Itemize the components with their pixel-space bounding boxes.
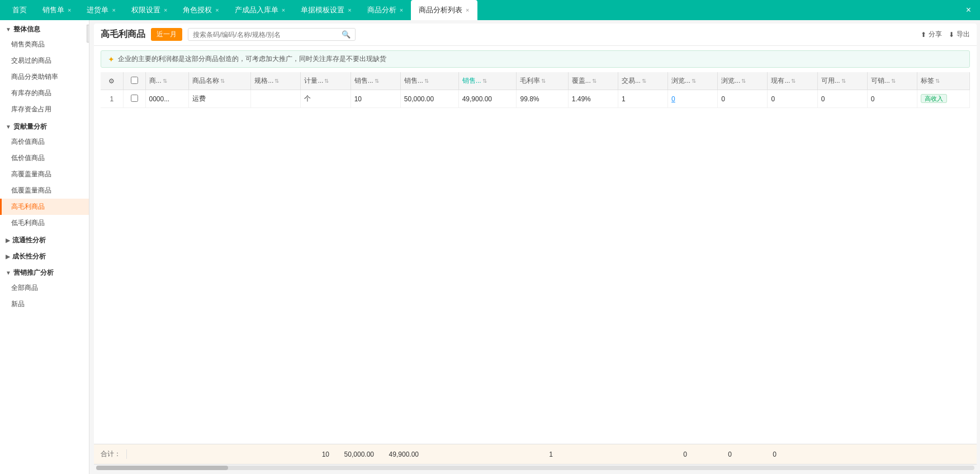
footer-cell-amount: 50,000.00: [334, 450, 378, 458]
nav-close-sales[interactable]: ×: [68, 7, 71, 13]
th-sales-qty[interactable]: 销售...⇅: [351, 72, 400, 90]
sidebar-item-low-coverage[interactable]: 低覆盖量商品: [0, 182, 89, 199]
cell-sales-profit: 49,900.00: [458, 90, 517, 108]
nav-item-analysis-list[interactable]: 商品分析列表 ×: [411, 0, 477, 20]
th-name[interactable]: 商品名称⇅: [189, 72, 251, 90]
sort-icon-browse2: ⇅: [741, 78, 746, 84]
nav-item-warehouse[interactable]: 产成品入库单 ×: [227, 0, 293, 20]
sort-icon-browse1: ⇅: [692, 78, 696, 84]
sort-icon-sales-profit: ⇅: [482, 78, 487, 84]
sidebar-item-low-margin[interactable]: 低毛利商品: [0, 215, 89, 231]
th-unit[interactable]: 计量...⇅: [301, 72, 351, 90]
table-body: 1 0000... 运费 个 10 50,000.00 49,900.00 99…: [101, 90, 970, 108]
sidebar-item-high-value[interactable]: 高价值商品: [0, 134, 89, 150]
cell-sales-qty: 10: [351, 90, 400, 108]
sort-icon-name: ⇅: [220, 78, 225, 84]
nav-close-analysis[interactable]: ×: [400, 7, 403, 13]
select-all-checkbox[interactable]: [131, 77, 138, 84]
sort-icon-gross-rate: ⇅: [541, 78, 546, 84]
share-label: 分享: [929, 30, 942, 39]
nav-close-analysis-list[interactable]: ×: [466, 7, 469, 13]
share-btn[interactable]: ⬆ 分享: [921, 30, 942, 39]
footer-cell-trade: 1: [513, 450, 557, 458]
cell-browse1[interactable]: 0: [668, 90, 718, 108]
th-checkbox[interactable]: [123, 72, 145, 90]
nav-close-template[interactable]: ×: [348, 7, 351, 13]
filter-month-btn[interactable]: 近一月: [151, 28, 182, 41]
group-title-growth: 成长性分析: [12, 252, 46, 261]
th-gross-rate[interactable]: 毛利率⇅: [517, 72, 568, 90]
arrow-growth: ▶: [6, 254, 10, 260]
sidebar-group-overview[interactable]: ▼ 整体信息: [0, 20, 89, 36]
cell-sales-amount: 50,000.00: [400, 90, 458, 108]
cell-unit: 个: [301, 90, 351, 108]
th-coverage[interactable]: 覆盖...⇅: [568, 72, 618, 90]
sidebar-item-category-rate[interactable]: 商品分类助销率: [0, 69, 89, 85]
sidebar-group-marketing[interactable]: ▼ 营销推广分析: [0, 264, 89, 280]
th-settings[interactable]: ⚙: [101, 72, 123, 90]
footer-label: 合计：: [101, 449, 127, 459]
tag-badge: 高收入: [921, 94, 947, 103]
sidebar-group-liquidity[interactable]: ▶ 流通性分析: [0, 231, 89, 247]
th-sellable[interactable]: 可销...⇅: [867, 72, 917, 90]
sidebar-item-sales-goods[interactable]: 销售类商品: [0, 36, 89, 53]
nav-item-analysis[interactable]: 商品分析 ×: [359, 0, 411, 20]
sidebar-item-low-value[interactable]: 低价值商品: [0, 150, 89, 166]
cell-gross-rate: 99.8%: [517, 90, 568, 108]
sidebar-item-high-margin[interactable]: 高毛利商品: [0, 199, 89, 215]
nav-item-purchase[interactable]: 进货单 ×: [79, 0, 123, 20]
share-icon: ⬆: [921, 31, 926, 39]
nav-close-purchase[interactable]: ×: [112, 7, 115, 13]
th-trade[interactable]: 交易...⇅: [618, 72, 667, 90]
th-available[interactable]: 可用...⇅: [817, 72, 867, 90]
nav-item-permissions[interactable]: 权限设置 ×: [124, 0, 175, 20]
sidebar-group-growth[interactable]: ▶ 成长性分析: [0, 247, 89, 264]
window-close-btn[interactable]: ×: [962, 5, 976, 15]
scrollbar-thumb[interactable]: [96, 466, 228, 470]
nav-close-warehouse[interactable]: ×: [282, 7, 285, 13]
search-input[interactable]: [193, 31, 342, 39]
table-wrapper[interactable]: ⚙ 商...⇅ 商品名称⇅ 规格...⇅ 计量...⇅ 销售...⇅ 销售...…: [94, 72, 977, 444]
cell-available: 0: [817, 90, 867, 108]
cell-checkbox[interactable]: [123, 90, 145, 108]
nav-item-sales[interactable]: 销售单 ×: [35, 0, 79, 20]
th-browse1[interactable]: 浏览...⇅: [668, 72, 718, 90]
sidebar-item-stock-capital[interactable]: 库存资金占用: [0, 101, 89, 118]
th-sales-amount[interactable]: 销售...⇅: [400, 72, 458, 90]
th-browse2[interactable]: 浏览...⇅: [718, 72, 768, 90]
footer-cell-qty: 10: [289, 450, 334, 458]
sidebar-item-high-coverage[interactable]: 高覆盖量商品: [0, 166, 89, 182]
scrollbar-track[interactable]: [96, 466, 974, 470]
sidebar-item-all-goods[interactable]: 全部商品: [0, 280, 89, 296]
nav-close-roles[interactable]: ×: [215, 7, 219, 13]
nav-close-permissions[interactable]: ×: [164, 7, 167, 13]
sidebar-group-contribution[interactable]: ▼ 贡献量分析: [0, 118, 89, 134]
sidebar-item-in-stock[interactable]: 有库存的商品: [0, 85, 89, 101]
th-tag[interactable]: 标签⇅: [917, 72, 969, 90]
group-title-contribution: 贡献量分析: [13, 122, 47, 132]
content-area: 高毛利商品 近一月 🔍 ⬆ 分享 ⬇ 导出 ✦ 企业的主要的利润都是这部分商品创…: [94, 24, 977, 471]
horizontal-scrollbar[interactable]: [94, 464, 977, 471]
sort-icon-current-stock: ⇅: [791, 78, 796, 84]
search-icon[interactable]: 🔍: [342, 30, 351, 39]
sidebar-item-new-goods[interactable]: 新品: [0, 296, 89, 312]
sidebar-collapse-btn[interactable]: 《: [87, 25, 89, 43]
nav-item-template[interactable]: 单据模板设置 ×: [293, 0, 359, 20]
nav-item-home[interactable]: 首页: [4, 0, 35, 20]
row-checkbox[interactable]: [131, 95, 138, 102]
sort-icon-available: ⇅: [841, 78, 846, 84]
content-header: 高毛利商品 近一月 🔍 ⬆ 分享 ⬇ 导出: [94, 24, 977, 46]
nav-item-roles[interactable]: 角色授权 ×: [175, 0, 226, 20]
info-icon: ✦: [108, 55, 115, 64]
th-sales-profit[interactable]: 销售...⇅: [458, 72, 517, 90]
th-code[interactable]: 商...⇅: [145, 72, 189, 90]
export-btn[interactable]: ⬇ 导出: [949, 30, 970, 39]
sidebar-item-traded-goods[interactable]: 交易过的商品: [0, 53, 89, 69]
header-actions: ⬆ 分享 ⬇ 导出: [921, 30, 970, 39]
search-box: 🔍: [188, 28, 356, 41]
th-current-stock[interactable]: 现有...⇅: [768, 72, 817, 90]
nav-label-sales: 销售单: [42, 5, 64, 15]
nav-label-template: 单据模板设置: [301, 5, 344, 15]
th-spec[interactable]: 规格...⇅: [251, 72, 301, 90]
nav-label-warehouse: 产成品入库单: [235, 5, 278, 15]
